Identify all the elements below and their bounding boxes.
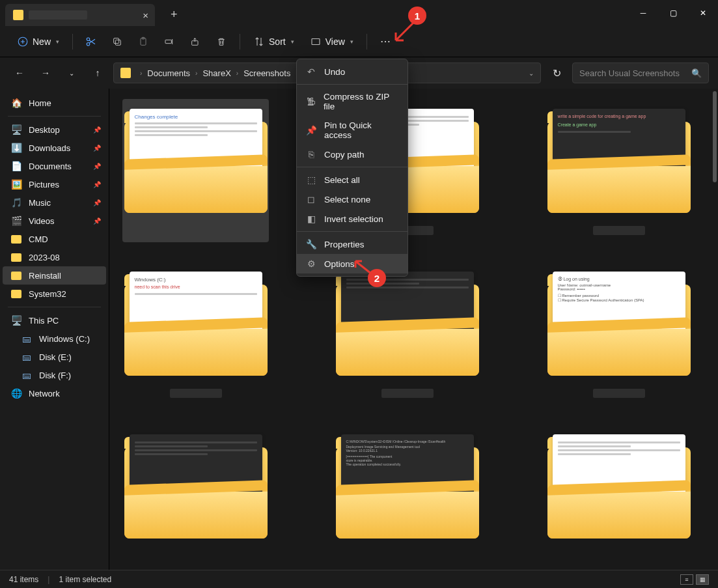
- sidebar-item-label: Home: [29, 98, 51, 108]
- separator: [297, 167, 407, 167]
- share-icon: [190, 36, 200, 47]
- context-menu: ↶Undo🗜Compress to ZIP file📌Pin to Quick …: [296, 59, 408, 277]
- pin-icon: 📌: [93, 126, 101, 133]
- menu-item-pin-to-quick-access[interactable]: 📌Pin to Quick access: [297, 116, 407, 145]
- sidebar-drive[interactable]: 🖴Disk (E:): [3, 348, 106, 366]
- folder-item[interactable]: Changes complete: [122, 99, 269, 242]
- minimize-button[interactable]: ─: [628, 0, 658, 26]
- cut-button[interactable]: [81, 31, 102, 52]
- content-pane[interactable]: Changes complete write a simple code for…: [109, 89, 718, 570]
- folder-item[interactable]: ⦿ Log on usingUser Name: outmail-usernam…: [545, 262, 692, 405]
- scrollbar[interactable]: [713, 91, 717, 182]
- menu-item-invert-selection[interactable]: ◧Invert selection: [297, 209, 407, 229]
- menu-item-compress-to-zip-file[interactable]: 🗜Compress to ZIP file: [297, 87, 407, 116]
- menu-item-properties[interactable]: 🔧Properties: [297, 234, 407, 254]
- up-button[interactable]: ↑: [87, 63, 108, 83]
- new-tab-button[interactable]: +: [171, 8, 178, 21]
- copy-icon: [112, 36, 122, 47]
- selection-count: 1 item selected: [59, 575, 111, 584]
- pin-icon: 📌: [93, 217, 101, 225]
- rename-button[interactable]: [159, 31, 180, 52]
- new-button[interactable]: New ▾: [12, 32, 64, 51]
- props-icon: 🔧: [306, 239, 316, 249]
- close-tab-icon[interactable]: ×: [143, 10, 148, 21]
- back-button[interactable]: ←: [9, 63, 30, 83]
- tab-title: [29, 10, 87, 20]
- sidebar-item-documents[interactable]: 📄Documents📌: [3, 157, 106, 175]
- active-tab[interactable]: ×: [5, 4, 155, 26]
- folder-grid: Changes complete write a simple code for…: [122, 99, 705, 568]
- chevron-down-icon: ▾: [350, 38, 353, 45]
- downloads-icon: ⬇️: [10, 142, 22, 154]
- sidebar-drive[interactable]: 🖴Windows (C:): [3, 329, 106, 348]
- music-icon: 🎵: [10, 197, 22, 208]
- folder-icon: [120, 68, 131, 78]
- separator: [8, 116, 101, 117]
- search-input[interactable]: Search Usual Screenshots 🔍: [572, 63, 709, 83]
- folder-item[interactable]: [334, 262, 480, 405]
- folder-item[interactable]: write a simple code for creating a game …: [545, 99, 692, 242]
- sidebar-item-pictures[interactable]: 🖼️Pictures📌: [3, 175, 106, 193]
- separator: [366, 34, 367, 49]
- paste-button[interactable]: [133, 31, 154, 52]
- breadcrumb-item[interactable]: Screenshots: [243, 68, 290, 78]
- sidebar-thispc[interactable]: 🖥️ This PC: [3, 311, 106, 329]
- sidebar-drive[interactable]: 🖴Disk (F:): [3, 366, 106, 384]
- titlebar: × + ─ ▢ ✕: [0, 0, 718, 26]
- sidebar-item-2023-08[interactable]: 2023-08: [3, 248, 106, 266]
- desktop-icon: 🖥️: [10, 124, 22, 135]
- search-placeholder: Search Usual Screenshots: [579, 68, 680, 78]
- chevron-down-icon[interactable]: ⌄: [529, 70, 534, 77]
- sort-button[interactable]: Sort ▾: [248, 32, 299, 51]
- folder-item[interactable]: Windows (C:)need to scan this drive: [122, 262, 269, 405]
- sidebar-item-system32[interactable]: System32: [3, 285, 106, 303]
- callout-2: 2: [368, 269, 386, 287]
- plus-circle-icon: [17, 36, 29, 48]
- folder-item[interactable]: [545, 425, 692, 568]
- breadcrumb-item[interactable]: Documents: [147, 68, 190, 78]
- view-button[interactable]: View ▾: [305, 32, 359, 51]
- sidebar-item-downloads[interactable]: ⬇️Downloads📌: [3, 139, 106, 157]
- recent-button[interactable]: ⌄: [61, 63, 82, 83]
- menu-item-select-all[interactable]: ⬚Select all: [297, 170, 407, 189]
- close-button[interactable]: ✕: [688, 0, 718, 26]
- sidebar-item-desktop[interactable]: 🖥️Desktop📌: [3, 120, 106, 139]
- svg-rect-9: [312, 38, 320, 44]
- folder-item[interactable]: C:\WINDOWS\system32>DISM /Online /Cleanu…: [334, 425, 480, 568]
- trash-icon: [216, 36, 227, 47]
- thumbnails-view-button[interactable]: ▦: [696, 574, 709, 585]
- copy-button[interactable]: [107, 31, 128, 52]
- breadcrumb-item[interactable]: ShareX: [202, 68, 230, 78]
- sidebar-item-cmd[interactable]: CMD: [3, 230, 106, 248]
- sidebar-item-label: Disk (F:): [39, 371, 71, 380]
- folder-label: [170, 389, 222, 398]
- sidebar-item-reinstall[interactable]: Reinstall: [3, 266, 106, 285]
- sidebar-network[interactable]: 🌐 Network: [3, 384, 106, 402]
- callout-1: 1: [408, 7, 426, 25]
- folder-item[interactable]: [122, 425, 269, 568]
- svg-rect-7: [165, 40, 171, 43]
- details-view-button[interactable]: ≡: [680, 574, 693, 585]
- menu-item-select-none[interactable]: ◻Select none: [297, 189, 407, 209]
- drive-icon: 🖴: [21, 369, 33, 381]
- sidebar-home[interactable]: 🏠 Home: [3, 94, 106, 112]
- pin-icon: 📌: [93, 181, 101, 188]
- menu-item-label: Properties: [324, 240, 365, 249]
- undo-icon: ↶: [306, 66, 316, 77]
- separator: |: [48, 575, 49, 584]
- share-button[interactable]: [185, 31, 206, 52]
- sidebar-item-music[interactable]: 🎵Music📌: [3, 193, 106, 212]
- pin-icon: 📌: [306, 125, 316, 135]
- search-icon: 🔍: [691, 68, 702, 78]
- refresh-button[interactable]: ↻: [546, 63, 567, 83]
- sidebar-item-label: System32: [29, 289, 66, 299]
- menu-item-undo[interactable]: ↶Undo: [297, 62, 407, 81]
- sidebar-item-videos[interactable]: 🎬Videos📌: [3, 212, 106, 230]
- chevron-right-icon: ›: [140, 70, 142, 77]
- menu-item-copy-path[interactable]: ⎘Copy path: [297, 145, 407, 164]
- forward-button[interactable]: →: [35, 63, 56, 83]
- delete-button[interactable]: [211, 31, 232, 52]
- menu-item-label: Invert selection: [324, 214, 383, 224]
- rename-icon: [164, 36, 174, 47]
- maximize-button[interactable]: ▢: [658, 0, 688, 26]
